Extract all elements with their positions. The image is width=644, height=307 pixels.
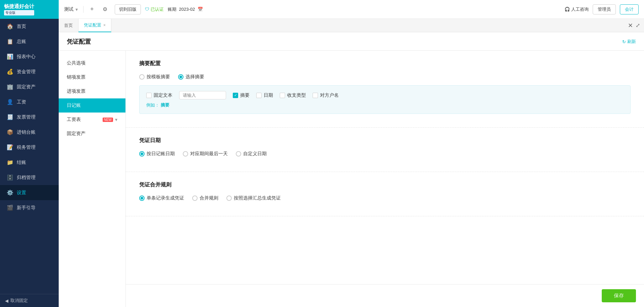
nav-label-payroll: 工资表 <box>67 117 81 123</box>
invoice-icon: 🧾 <box>7 114 13 120</box>
sidebar-item-ledger[interactable]: 📋 总账 <box>0 34 59 49</box>
expand-btn[interactable]: ⤢ <box>636 22 640 29</box>
merge-radio-circle-single <box>139 195 145 201</box>
summary-checkbox-panel: 固定文本 摘要 日期 <box>139 85 631 114</box>
role-btn[interactable]: 会计 <box>620 4 639 14</box>
logo-badge: 专业版 <box>4 10 34 15</box>
date-radio-label-custom: 自定义日期 <box>243 151 267 157</box>
nav-item-purchase[interactable]: 进项发票 <box>59 84 125 98</box>
period-label: 账期 <box>168 6 176 12</box>
refresh-btn[interactable]: ↻ 刷新 <box>622 39 636 49</box>
close-window-btn[interactable]: ✕ <box>628 22 633 29</box>
company-label: 测试 <box>64 6 73 12</box>
sidebar-item-label: 归档管理 <box>17 175 36 181</box>
checkbox-fixed-text[interactable]: 固定文本 <box>146 92 172 98</box>
sidebar-item-label: 结账 <box>17 160 26 166</box>
example-prefix: 例如： <box>146 102 159 107</box>
merge-title: 凭证合并规则 <box>139 181 631 188</box>
sidebar-item-home[interactable]: 🏠 首页 <box>0 19 59 34</box>
date-radio-label-diary: 按日记账日期 <box>147 151 175 157</box>
cancel-fixed-label: 取消固定 <box>10 298 28 304</box>
summary-radio-template[interactable]: 按模板摘要 <box>139 74 170 80</box>
service-label: 人工咨询 <box>571 6 589 12</box>
settings-icon: ⚙️ <box>7 189 13 196</box>
refresh-label: 刷新 <box>627 39 636 45</box>
calendar-icon[interactable]: 📅 <box>198 7 203 12</box>
period-info: 账期 2023-02 📅 <box>168 6 203 12</box>
period-value: 2023-02 <box>179 7 195 12</box>
example-text: 例如： 摘要 <box>146 102 624 108</box>
topbar-settings-btn[interactable]: ⚙ <box>99 4 111 14</box>
content-area: 公共选项 销项发票 进项发票 日记账 工资表 NEW <box>59 51 644 307</box>
date-radio-custom[interactable]: 自定义日期 <box>236 151 267 157</box>
fixed-text-input[interactable] <box>179 91 226 99</box>
checkbox-income-type-label: 收支类型 <box>287 92 306 98</box>
summary-radio-group: 按模板摘要 选择摘要 <box>139 74 631 80</box>
merge-radio-label-single: 单条记录生成凭证 <box>147 195 184 201</box>
summary-radio-label-template: 按模板摘要 <box>147 74 170 80</box>
date-radio-diary[interactable]: 按日记账日期 <box>139 151 175 157</box>
certified-label: 已认证 <box>151 6 164 12</box>
date-radio-label-period: 对应期间最后一天 <box>190 151 228 157</box>
merge-radio-label-select: 按照选择汇总生成凭证 <box>234 195 281 201</box>
service-btn[interactable]: 🎧 人工咨询 <box>565 6 589 12</box>
sidebar-item-tax[interactable]: 📝 税务管理 <box>0 140 59 155</box>
sidebar-item-funds[interactable]: 💰 资金管理 <box>0 64 59 79</box>
sidebar-item-assets[interactable]: 🏢 固定资产 <box>0 79 59 94</box>
page-header: 凭证配置 ↻ 刷新 <box>59 32 644 51</box>
switch-old-btn[interactable]: 切到旧版 <box>115 4 141 14</box>
tabbar-controls: ✕ ⤢ <box>628 22 644 29</box>
save-btn[interactable]: 保存 <box>602 289 636 302</box>
checkbox-date-label: 日期 <box>264 92 273 98</box>
summary-radio-select[interactable]: 选择摘要 <box>178 74 204 80</box>
checkbox-date[interactable]: 日期 <box>256 92 273 98</box>
nav-item-public[interactable]: 公共选项 <box>59 56 125 70</box>
merge-radio-circle-select <box>226 195 232 201</box>
sidebar-item-label: 税务管理 <box>17 144 36 150</box>
nav-item-payroll[interactable]: 工资表 NEW ▾ <box>59 113 125 127</box>
company-name: 测试 ▾ <box>64 6 78 12</box>
tab-home[interactable]: 首页 <box>59 19 78 32</box>
dropdown-icon[interactable]: ▾ <box>75 7 78 12</box>
checkbox-income-type[interactable]: 收支类型 <box>280 92 306 98</box>
tab-close-btn[interactable]: × <box>103 23 106 28</box>
checkbox-counterparty[interactable]: 对方户名 <box>313 92 339 98</box>
left-nav: 公共选项 销项发票 进项发票 日记账 工资表 NEW <box>59 51 126 307</box>
nav-item-sales[interactable]: 销项发票 <box>59 70 125 84</box>
page-body: 凭证配置 ↻ 刷新 公共选项 销项发票 进项发票 <box>59 32 644 307</box>
archive-icon: 🗄️ <box>7 174 13 181</box>
sidebar-item-closing[interactable]: 📁 结账 <box>0 155 59 170</box>
sidebar-item-guide[interactable]: 🎬 新手引导 <box>0 200 59 215</box>
nav-label-purchase: 进项发票 <box>67 88 86 94</box>
user-btn[interactable]: 管理员 <box>593 4 616 14</box>
right-panel: 摘要配置 按模板摘要 选择摘要 <box>126 51 644 284</box>
sidebar-item-salary[interactable]: 👤 工资 <box>0 94 59 109</box>
sidebar-item-invoice[interactable]: 🧾 发票管理 <box>0 109 59 125</box>
cancel-fixed-btn[interactable]: ◀ 取消固定 <box>0 294 59 307</box>
add-btn[interactable]: + <box>89 6 95 13</box>
headset-icon: 🎧 <box>565 7 570 12</box>
date-radio-period[interactable]: 对应期间最后一天 <box>183 151 228 157</box>
date-radio-circle-diary <box>139 151 145 157</box>
merge-radio-single[interactable]: 单条记录生成凭证 <box>139 195 184 201</box>
sidebar-item-purchase-sale[interactable]: 📦 进销台账 <box>0 125 59 140</box>
sidebar-item-settings[interactable]: ⚙️ 设置 <box>0 185 59 200</box>
summary-radio-label-select: 选择摘要 <box>185 74 204 80</box>
merge-radio-select[interactable]: 按照选择汇总生成凭证 <box>226 195 281 201</box>
merge-radio-circle-rule <box>192 195 198 201</box>
sidebar-item-archive[interactable]: 🗄️ 归档管理 <box>0 170 59 185</box>
page-title: 凭证配置 <box>67 38 91 50</box>
nav-label-public: 公共选项 <box>67 60 86 66</box>
merge-radio-rule[interactable]: 合并规则 <box>192 195 218 201</box>
tab-voucher-config[interactable]: 凭证配置 × <box>78 19 111 32</box>
nav-item-fixed-assets[interactable]: 固定资产 <box>59 127 125 141</box>
nav-label-diary: 日记账 <box>67 102 81 108</box>
date-radio-group: 按日记账日期 对应期间最后一天 自定义日期 <box>139 151 631 157</box>
sidebar-item-label: 总账 <box>17 39 26 45</box>
merge-section: 凭证合并规则 单条记录生成凭证 合并规则 <box>126 172 644 216</box>
nav-item-diary[interactable]: 日记账 <box>59 98 125 113</box>
sidebar-item-report[interactable]: 📊 报表中心 <box>0 49 59 64</box>
divider-1 <box>83 6 84 13</box>
sidebar: 畅捷通好会计 专业版 🏠 首页 📋 总账 📊 报表中心 💰 资金管理 � <box>0 0 59 307</box>
checkbox-summary[interactable]: 摘要 <box>233 92 250 98</box>
